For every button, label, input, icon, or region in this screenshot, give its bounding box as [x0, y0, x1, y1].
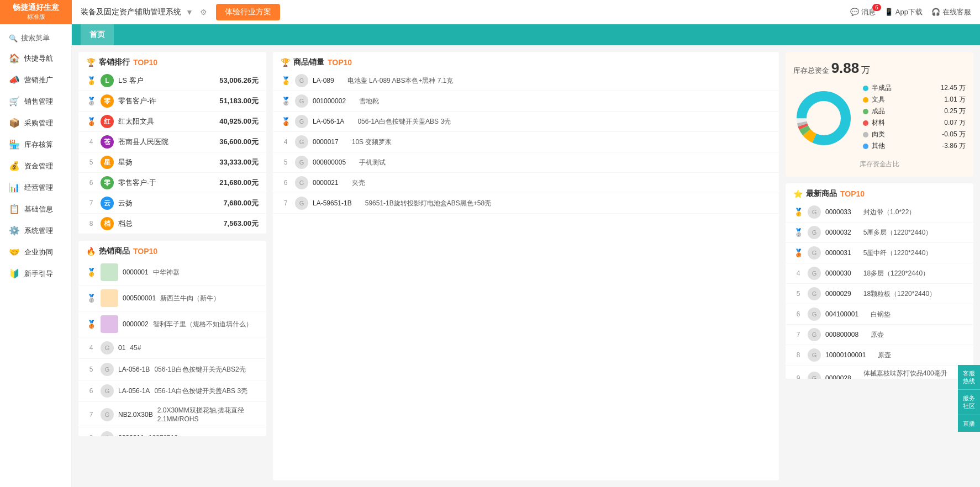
latest-prod-row[interactable]: 4 G 0000030 18多层（1220*2440） [786, 263, 973, 284]
product-code: 0000029 [825, 290, 851, 298]
customer-rank-row[interactable]: 🥇 L LS 客户 53,006.26元 [78, 71, 266, 91]
avatar: 零 [101, 94, 114, 108]
donut-chart [793, 88, 854, 149]
sidebar-item-corp-collab[interactable]: 🤝 企业协同 [0, 241, 71, 263]
sidebar-item-finance[interactable]: 💰 资金管理 [0, 155, 71, 177]
product-name: 夹壳 [352, 178, 771, 188]
latest-prod-row[interactable]: 🥇 G 0000033 封边带（1.0*22） [786, 202, 973, 223]
hot-prod-row[interactable]: 5 G LA-056-1B 056-1B白色按键开关壳ABS2壳 [78, 359, 266, 380]
mid-hot-prod-row[interactable]: 🥇 G LA-089 电池盖 LA-089 ABS本色+黑种 7.1克 [273, 71, 779, 91]
latest-prod-row[interactable]: 9 G 0000028 体械嘉枝味苏打饮品400毫升（1*15） [786, 366, 973, 379]
product-code: 0000017 [313, 138, 339, 146]
product-name: 056-1A白色按键开关盖ABS 3壳 [357, 117, 771, 126]
rank-number: 6 [281, 179, 291, 187]
legend-value: 0.07 万 [944, 118, 966, 128]
product-placeholder: G [295, 176, 308, 189]
latest-prod-row[interactable]: 🥉 G 0000031 5厘中纤（1220*2440） [786, 243, 973, 263]
latest-prod-row[interactable]: 6 G 004100001 白钢垫 [786, 304, 973, 325]
topbar: 畅捷通好生意 标准版 装备及固定资产辅助管理系统 ▼ ⚙ 体验行业方案 💬 消息… [0, 0, 980, 24]
latest-prod-row[interactable]: 5 G 0000029 18颗粒板（1220*2440） [786, 284, 973, 304]
latest-prod-row[interactable]: 🥈 G 0000032 5厘多层（1220*2440） [786, 223, 973, 243]
system-dropdown-arrow[interactable]: ▼ [186, 8, 193, 17]
logo-line1: 畅捷通好生意 [13, 3, 59, 13]
sidebar-item-label: 新手引导 [24, 269, 53, 279]
chart-icon: 📊 [9, 182, 20, 193]
search-icon: 🔍 [9, 34, 18, 43]
customer-value: 36,600.00元 [219, 137, 259, 147]
system-name: 装备及固定资产辅助管理系统 [81, 7, 181, 17]
legend-name: 文具 [872, 95, 941, 104]
service-desk-button[interactable]: 直播 [958, 415, 980, 432]
legend-name: 其他 [872, 141, 939, 151]
message-icon: 💬 [850, 8, 859, 16]
mid-hot-prod-row[interactable]: 🥈 G 001000002 雪地靴 [273, 91, 779, 112]
trial-button[interactable]: 体验行业方案 [216, 4, 280, 20]
mid-hot-prod-row[interactable]: 5 G 000800005 手机测试 [273, 152, 779, 173]
hot-prod-row[interactable]: 🥉 0000002 智利车子里（规格不知道填什么） [78, 311, 266, 337]
customer-rank-row[interactable]: 8 档 档总 7,563.00元 [78, 214, 266, 234]
product-placeholder: G [101, 384, 114, 398]
service-hotline-button[interactable]: 客服热线 [958, 365, 980, 390]
sidebar-item-label: 快捷导航 [24, 54, 53, 63]
sidebar-item-inventory[interactable]: 🏪 库存核算 [0, 134, 71, 155]
app-icon: 📱 [884, 8, 893, 16]
sidebar-item-label: 库存核算 [24, 140, 53, 150]
sidebar-search[interactable]: 🔍 搜索菜单 [0, 29, 71, 47]
customer-ranking-label: 客销排行 [99, 57, 130, 67]
hot-prod-row[interactable]: 8 G 0000011 12070519-xs [78, 427, 266, 436]
mid-hot-prod-row[interactable]: 🥉 G LA-056-1A 056-1A白色按键开关盖ABS 3壳 [273, 112, 779, 132]
customer-rank-row[interactable]: 5 星 星扬 33,333.00元 [78, 152, 266, 173]
hot-prod-row[interactable]: 4 G 01 45# [78, 337, 266, 359]
customer-rank-row[interactable]: 7 云 云扬 7,680.00元 [78, 193, 266, 214]
hot-prod-row[interactable]: 🥇 0000001 中华神器 [78, 260, 266, 285]
gear-icon[interactable]: ⚙ [200, 8, 207, 17]
legend-item: 肉类 -0.05 万 [863, 130, 966, 139]
legend-name: 成品 [872, 107, 941, 116]
sidebar-item-sys-mgmt[interactable]: ⚙️ 系统管理 [0, 220, 71, 241]
mid-hot-prod-row[interactable]: 6 G 0000021 夹壳 [273, 173, 779, 193]
product-name: 新西兰牛肉（新牛） [160, 294, 259, 303]
sidebar-item-basic-info[interactable]: 📋 基础信息 [0, 198, 71, 220]
hot-products-list: 🥇 0000001 中华神器 🥈 000500001 新西兰牛肉（新牛） [78, 260, 266, 436]
product-code: 0000001 [123, 268, 149, 276]
service-community-button[interactable]: 服务社区 [958, 389, 980, 415]
latest-prod-row[interactable]: 7 G 000800008 原壶 [786, 325, 973, 345]
sidebar-item-sales[interactable]: 🛒 销售管理 [0, 91, 71, 112]
customer-name: LS 客户 [118, 76, 215, 86]
online-service-button[interactable]: 🎧 在线客服 [931, 7, 971, 17]
customer-name: 云扬 [118, 198, 219, 208]
sidebar-item-operation[interactable]: 📊 经营管理 [0, 177, 71, 198]
donut-legend: 半成品 12.45 万 文具 1.01 万 成品 0 [863, 83, 966, 153]
mid-hot-prod-row[interactable]: 4 G 0000017 10S 变频罗浆 [273, 132, 779, 152]
product-placeholder: G [101, 341, 114, 354]
product-code: 001000002 [313, 97, 346, 105]
sidebar-item-new-guide[interactable]: 🔰 新手引导 [0, 263, 71, 284]
customer-name: 零售客户-于 [118, 178, 215, 188]
nav-home[interactable]: 首页 [81, 24, 114, 45]
inventory-unit: 万 [861, 65, 870, 75]
rank-number: 4 [281, 138, 291, 146]
rank-number: 9 [793, 374, 803, 379]
sidebar-item-quick-nav[interactable]: 🏠 快捷导航 [0, 47, 71, 69]
app-download-button[interactable]: 📱 App下载 [884, 7, 923, 17]
product-name: 白钢垫 [871, 310, 966, 319]
middle-hot-products-card: 🏆 商品销量 TOP10 🥇 G LA-089 电池盖 LA-089 ABS本色… [273, 52, 779, 480]
sidebar-item-marketing[interactable]: 📣 营销推广 [0, 69, 71, 91]
legend-name: 材料 [872, 118, 941, 128]
latest-prod-row[interactable]: 8 G 10000100001 原壶 [786, 345, 973, 366]
product-placeholder: G [295, 197, 308, 210]
hot-prod-row[interactable]: 🥈 000500001 新西兰牛肉（新牛） [78, 285, 266, 311]
product-placeholder: G [295, 115, 308, 128]
mid-hot-prod-row[interactable]: 7 G LA-59651-1B 59651-1B旋转投影灯电池盒ABS黑色+58… [273, 193, 779, 214]
hot-prod-row[interactable]: 7 G NB2.0X30B 2.0X30MM双搓花轴,搓花直径2.1MM/ROH… [78, 402, 266, 427]
system-selector[interactable]: 装备及固定资产辅助管理系统 ▼ ⚙ [81, 7, 207, 17]
customer-rank-row[interactable]: 4 苍 苍南县人民医院 36,600.00元 [78, 132, 266, 152]
logo: 畅捷通好生意 标准版 [0, 0, 72, 24]
customer-name: 红太阳文具 [118, 117, 215, 126]
message-button[interactable]: 💬 消息 6 [850, 7, 876, 17]
sidebar-item-purchase[interactable]: 📦 采购管理 [0, 112, 71, 134]
customer-rank-row[interactable]: 🥈 零 零售客户-许 51,183.00元 [78, 91, 266, 112]
hot-prod-row[interactable]: 6 G LA-056-1A 056-1A白色按键开关盖ABS 3壳 [78, 380, 266, 402]
customer-rank-row[interactable]: 🥉 红 红太阳文具 40,925.00元 [78, 112, 266, 132]
customer-rank-row[interactable]: 6 零 零售客户-于 21,680.00元 [78, 173, 266, 193]
